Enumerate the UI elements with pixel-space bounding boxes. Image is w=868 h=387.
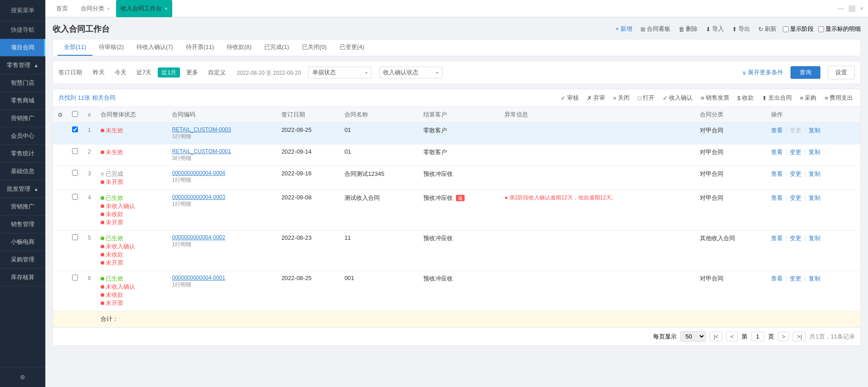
status-dot	[101, 172, 104, 176]
view-link[interactable]: 查看	[771, 234, 783, 242]
copy-link[interactable]: 复制	[809, 194, 820, 202]
date-btn-last1month[interactable]: 近1月	[158, 68, 180, 77]
sidebar-item-marketing2[interactable]: 营销推广	[0, 198, 45, 216]
delete-button[interactable]: 🗑 删除	[677, 24, 699, 34]
change-link[interactable]: 变更	[790, 234, 801, 242]
copy-link[interactable]: 复制	[809, 170, 820, 178]
view-link[interactable]: 查看	[771, 148, 783, 156]
sidebar-search[interactable]: 搜索菜单	[0, 0, 45, 21]
per-page-label: 每页显示	[653, 333, 677, 341]
change-link[interactable]: 变更	[790, 170, 801, 178]
action-fee-expense[interactable]: ≡ 费用支出	[823, 93, 855, 103]
show-detail-checkbox[interactable]: 显示标的明细	[818, 25, 861, 33]
action-sales-invoice[interactable]: ≡ 销售发票	[699, 93, 731, 103]
view-link[interactable]: 查看	[771, 275, 783, 283]
copy-link[interactable]: 复制	[809, 275, 820, 283]
tab-contract-category[interactable]: 合同分类 ×	[74, 0, 116, 17]
col-checkbox[interactable]	[68, 107, 82, 123]
close-icon[interactable]: ×	[107, 6, 110, 11]
contract-code-link[interactable]: 0000000000004-0003	[172, 194, 272, 200]
date-btn-last7[interactable]: 近7天	[133, 68, 155, 77]
status-tab-all[interactable]: 全部(11)	[58, 39, 92, 56]
sidebar-item-member-center[interactable]: 会员中心	[0, 127, 45, 145]
sidebar-item-project-contract[interactable]: 项目合同	[0, 39, 45, 57]
copy-link[interactable]: 复制	[809, 148, 820, 156]
sidebar-item-retail-stats[interactable]: 零售统计	[0, 145, 45, 163]
table-row: 2 未生效 RETAIL_CUSTOM-0001 3行明细 2022-09-14	[53, 145, 860, 166]
sidebar-item-sales-mgmt[interactable]: 销售管理	[0, 216, 45, 233]
contract-code-link[interactable]: 0000000000004-0004	[172, 170, 272, 176]
status-tab-pending-invoice[interactable]: 待开票(11)	[179, 39, 220, 56]
action-close[interactable]: × 关闭	[611, 93, 632, 103]
date-btn-custom[interactable]: 自定义	[204, 68, 229, 77]
last-page-btn[interactable]: >|	[793, 332, 806, 341]
confirm-status-select[interactable]: 收入确认状态 ▾	[379, 67, 442, 78]
gear-icon: ⚙	[20, 374, 25, 381]
import-button[interactable]: ⬇ 导入	[704, 24, 726, 34]
contract-code-link[interactable]: 0000000000004-0001	[172, 275, 272, 281]
sidebar-item-retail-mall[interactable]: 零售商城	[0, 92, 45, 110]
next-page-btn[interactable]: >	[778, 332, 790, 341]
contract-code-link[interactable]: RETAIL_CUSTOM-0003	[172, 126, 272, 133]
show-fields-checkbox[interactable]: 显示阶段	[783, 25, 814, 33]
sidebar-item-basic-info[interactable]: 基础信息	[0, 163, 45, 180]
doc-status-select[interactable]: 单据状态 ▾	[308, 67, 372, 78]
date-btn-more[interactable]: 更多	[183, 68, 202, 77]
status-tab-pending-confirm[interactable]: 待收入确认(7)	[130, 39, 179, 56]
action-abandon-review[interactable]: ✗ 弃审	[585, 93, 607, 103]
tab-home[interactable]: 首页	[50, 0, 74, 17]
sidebar-item-purchase-mgmt[interactable]: 采购管理	[0, 251, 45, 269]
prev-page-btn[interactable]: <	[726, 332, 738, 341]
maximize-icon[interactable]: ⬜	[848, 5, 855, 12]
status-tab-pending-payment[interactable]: 待收款(8)	[220, 39, 258, 56]
query-button[interactable]: 查询	[790, 66, 820, 79]
status-tab-changed[interactable]: 已变更(4)	[333, 39, 371, 56]
change-link[interactable]: 变更	[790, 194, 801, 202]
sidebar-item-marketing[interactable]: 营销推广	[0, 110, 45, 127]
refresh-icon: ↻	[758, 26, 763, 33]
tab-income-contract[interactable]: 收入合同工作台 ×	[116, 0, 172, 17]
set-button[interactable]: 设置	[828, 66, 855, 79]
sidebar-nav[interactable]: 快捷导航	[0, 21, 45, 39]
status-tag-effective: 已生效	[101, 194, 123, 202]
action-open[interactable]: □ 打开	[636, 93, 656, 103]
close-window-icon[interactable]: ×	[860, 5, 863, 12]
first-page-btn[interactable]: |<	[709, 332, 723, 341]
date-btn-today[interactable]: 今天	[111, 68, 130, 77]
action-collect-payment[interactable]: $ 收款	[736, 93, 756, 103]
status-tab-completed[interactable]: 已完成(1)	[258, 39, 296, 56]
export-button[interactable]: ⬆ 导出	[730, 24, 752, 34]
sidebar-item-ecommerce[interactable]: 小畅电商	[0, 233, 45, 251]
kanban-button[interactable]: ⊞ 合同看板	[639, 24, 672, 34]
contract-code-link[interactable]: RETAIL_CUSTOM-0001	[172, 148, 272, 155]
action-review[interactable]: ✓ 审核	[559, 93, 581, 103]
copy-link[interactable]: 复制	[809, 126, 820, 135]
view-link[interactable]: 查看	[771, 126, 783, 135]
new-button[interactable]: + 新增	[614, 24, 634, 34]
close-icon[interactable]: ×	[165, 6, 167, 11]
sidebar-settings[interactable]: ⚙	[0, 367, 45, 387]
col-settings[interactable]: ⚙	[53, 107, 68, 123]
table-area: 共找到 11张 相关合同 ✓ 审核 ✗ 弃审 × 关闭	[53, 89, 861, 346]
close-icon: ×	[613, 95, 617, 102]
per-page-select[interactable]: 50 100 200	[680, 331, 706, 342]
view-link[interactable]: 查看	[771, 194, 783, 202]
status-tab-closed[interactable]: 已关闭(0)	[296, 39, 333, 56]
sidebar-item-retail-mgmt[interactable]: 零售管理 ▲	[0, 57, 45, 74]
date-btn-yesterday[interactable]: 昨天	[89, 68, 108, 77]
action-expense-contract[interactable]: ⬆ 支出合同	[760, 93, 794, 103]
minimize-icon[interactable]: —	[838, 5, 844, 12]
expand-filter-btn[interactable]: ∨ 展开更多条件	[742, 68, 783, 77]
sidebar-item-wholesale-mgmt[interactable]: 批发管理 ▲	[0, 180, 45, 198]
action-income-confirm[interactable]: ✓ 收入确认	[661, 93, 694, 103]
action-purchase[interactable]: ≡ 采购	[798, 93, 819, 103]
change-link[interactable]: 变更	[790, 148, 801, 156]
sidebar-item-inventory[interactable]: 库存核算	[0, 269, 45, 286]
change-link[interactable]: 变更	[790, 275, 801, 283]
copy-link[interactable]: 复制	[809, 234, 820, 242]
sidebar-item-smart-store[interactable]: 智慧门店	[0, 74, 45, 92]
contract-code-link[interactable]: 0000000000004-0002	[172, 234, 272, 241]
refresh-button[interactable]: ↻ 刷新	[756, 24, 778, 34]
view-link[interactable]: 查看	[771, 170, 783, 178]
status-tab-pending-review[interactable]: 待审核(2)	[92, 39, 130, 56]
